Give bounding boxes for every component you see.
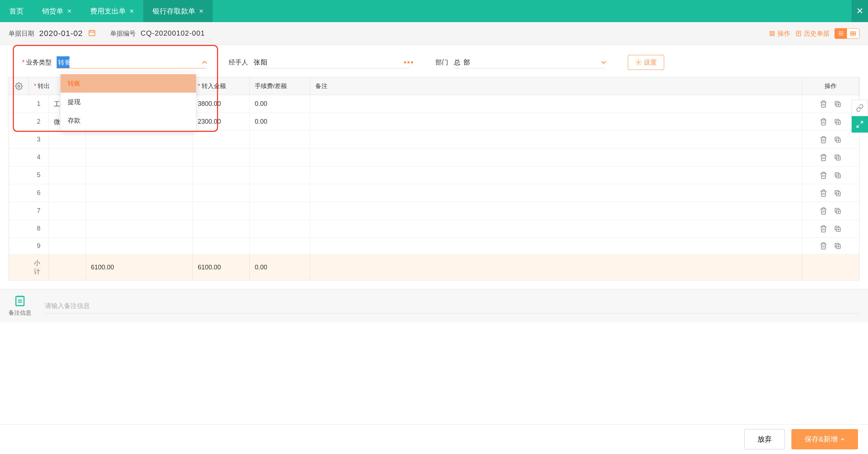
duplicate-row-icon[interactable] <box>834 136 842 144</box>
cell-out-account[interactable] <box>49 220 86 237</box>
close-icon[interactable]: ✕ <box>67 8 72 15</box>
cell-out-account[interactable] <box>49 238 86 254</box>
cell-remark[interactable] <box>310 220 802 237</box>
duplicate-row-icon[interactable] <box>834 171 842 179</box>
delete-row-icon[interactable] <box>820 154 827 161</box>
cell-in-amount[interactable] <box>193 238 250 254</box>
dept-input[interactable] <box>453 56 605 68</box>
delete-row-icon[interactable] <box>820 225 827 233</box>
cell-hidden[interactable] <box>86 184 193 202</box>
cell-fee[interactable] <box>250 202 310 220</box>
cell-out-account[interactable] <box>49 166 86 184</box>
chevron-down-icon[interactable] <box>601 61 606 64</box>
cell-out-account[interactable] <box>49 202 86 220</box>
remarks-input[interactable] <box>44 299 859 314</box>
cell-in-amount[interactable] <box>193 202 250 220</box>
dropdown-option-deposit[interactable]: 存款 <box>61 111 196 130</box>
delete-row-icon[interactable] <box>820 207 827 215</box>
date-value[interactable]: 2020-01-02 <box>39 29 83 38</box>
delete-row-icon[interactable] <box>820 189 827 197</box>
close-icon[interactable]: ✕ <box>199 8 203 15</box>
duplicate-row-icon[interactable] <box>834 154 842 161</box>
cell-in-amount[interactable]: 2300.00 <box>193 113 250 130</box>
dropdown-option-withdraw[interactable]: 提现 <box>61 93 196 111</box>
cell-hidden[interactable] <box>86 131 193 148</box>
calendar-icon[interactable] <box>88 29 96 38</box>
cell-remark[interactable] <box>310 184 802 202</box>
discard-button[interactable]: 放弃 <box>744 429 785 449</box>
operations-button[interactable]: 操作 <box>769 29 790 38</box>
delete-row-icon[interactable] <box>820 100 827 108</box>
chevron-up-icon[interactable] <box>202 61 207 64</box>
cell-out-account[interactable] <box>49 131 86 148</box>
table-row[interactable]: 7 <box>9 202 859 220</box>
cell-hidden[interactable] <box>86 220 193 237</box>
biz-type-input[interactable] <box>57 56 206 68</box>
history-button[interactable]: 历史单据 <box>795 29 830 38</box>
tab-home[interactable]: 首页 <box>0 0 33 22</box>
cell-remark[interactable] <box>310 238 802 254</box>
cell-hidden[interactable] <box>86 166 193 184</box>
cell-fee[interactable] <box>250 184 310 202</box>
cell-fee[interactable]: 0.00 <box>250 113 310 130</box>
cell-hidden[interactable] <box>86 238 193 254</box>
cell-hidden[interactable] <box>86 149 193 166</box>
link-icon[interactable] <box>852 100 868 116</box>
duplicate-row-icon[interactable] <box>834 118 842 126</box>
cell-hidden[interactable] <box>86 202 193 220</box>
cell-remark[interactable] <box>310 113 802 130</box>
cell-in-amount[interactable] <box>193 220 250 237</box>
tab-bank-transfer[interactable]: 银行存取款单✕ <box>143 0 213 22</box>
table-row[interactable]: 4 <box>9 149 859 166</box>
duplicate-row-icon[interactable] <box>834 225 842 233</box>
more-icon[interactable]: ••• <box>404 58 414 67</box>
dropdown-option-transfer[interactable]: 转账 <box>61 74 196 93</box>
cell-remark[interactable] <box>310 95 802 113</box>
cell-in-amount[interactable]: 3800.00 <box>193 95 250 113</box>
grid-view-icon[interactable] <box>847 29 859 38</box>
delete-row-icon[interactable] <box>820 171 827 179</box>
cell-in-amount[interactable] <box>193 184 250 202</box>
cell-out-account[interactable] <box>49 184 86 202</box>
table-row[interactable]: 9 <box>9 238 859 254</box>
close-panel-button[interactable]: ✕ <box>852 0 868 22</box>
remarks-bar: 备注信息 <box>0 289 868 323</box>
duplicate-row-icon[interactable] <box>834 242 842 250</box>
delete-row-icon[interactable] <box>820 242 827 250</box>
save-add-button[interactable]: 保存&新增 <box>791 429 858 449</box>
delete-row-icon[interactable] <box>820 118 827 126</box>
cell-fee[interactable] <box>250 131 310 148</box>
cell-in-amount[interactable] <box>193 166 250 184</box>
handler-input[interactable] <box>253 56 409 68</box>
cell-remark[interactable] <box>310 149 802 166</box>
cell-remark[interactable] <box>310 166 802 184</box>
cell-fee[interactable] <box>250 220 310 237</box>
table-row[interactable]: 5 <box>9 166 859 184</box>
expand-icon[interactable] <box>852 116 868 133</box>
cell-out-account[interactable] <box>49 149 86 166</box>
duplicate-row-icon[interactable] <box>834 207 842 215</box>
close-icon[interactable]: ✕ <box>129 8 134 15</box>
column-config-header[interactable] <box>9 77 29 95</box>
cell-fee[interactable] <box>250 166 310 184</box>
table-row[interactable]: 6 <box>9 184 859 202</box>
tab-expense[interactable]: 费用支出单✕ <box>81 0 143 22</box>
settings-button[interactable]: 设置 <box>628 55 664 70</box>
duplicate-row-icon[interactable] <box>834 189 842 197</box>
handler-field: 经手人 ••• <box>229 56 414 68</box>
dept-field: 部门 <box>435 56 606 68</box>
table-row[interactable]: 8 <box>9 220 859 238</box>
view-toggle[interactable] <box>835 28 859 39</box>
cell-fee[interactable] <box>250 149 310 166</box>
cell-in-amount[interactable] <box>193 149 250 166</box>
cell-remark[interactable] <box>310 131 802 148</box>
cell-remark[interactable] <box>310 202 802 220</box>
table-row[interactable]: 3 <box>9 131 859 149</box>
cell-fee[interactable] <box>250 238 310 254</box>
tab-sales-order[interactable]: 销货单✕ <box>33 0 81 22</box>
delete-row-icon[interactable] <box>820 136 827 144</box>
cell-fee[interactable]: 0.00 <box>250 95 310 113</box>
cell-in-amount[interactable] <box>193 131 250 148</box>
duplicate-row-icon[interactable] <box>834 100 842 108</box>
list-view-icon[interactable] <box>835 29 847 38</box>
